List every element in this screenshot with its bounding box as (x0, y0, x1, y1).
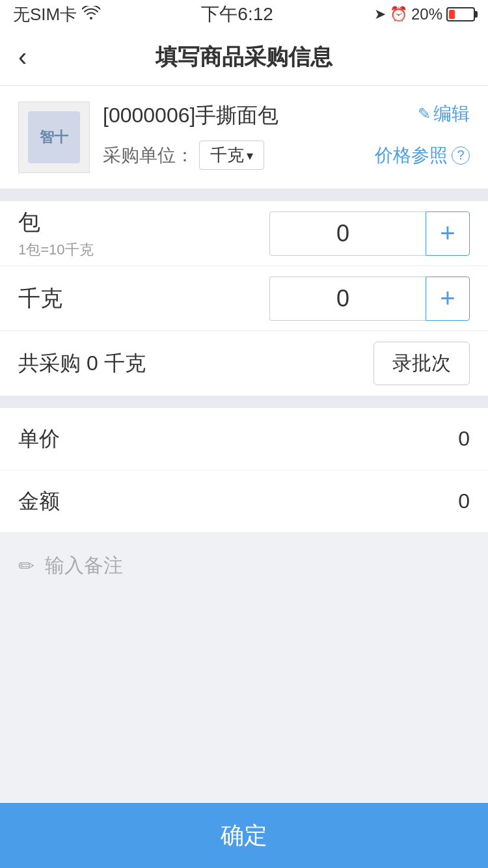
form-section: 包 1包=10千克 + 千克 + 共采购 0 千克 录批次 (0, 201, 488, 396)
unit-label: 采购单位： 千克 ▾ (103, 141, 264, 170)
location-icon: ➤ (374, 6, 386, 23)
price-ref-button[interactable]: 价格参照 ? (375, 143, 470, 168)
bao-input[interactable] (269, 211, 426, 256)
status-time: 下午6:12 (201, 2, 273, 27)
alarm-icon: ⏰ (390, 6, 407, 23)
section-divider-2 (0, 396, 488, 408)
unit-select[interactable]: 千克 ▾ (199, 141, 264, 170)
product-name: [0000006]手撕面包 (103, 102, 278, 130)
confirm-button[interactable]: 确定 (0, 803, 488, 868)
summary-row: 共采购 0 千克 录批次 (0, 331, 488, 396)
unit-price-label: 单价 (18, 425, 60, 454)
edit-label: 编辑 (433, 102, 470, 126)
product-unit-row: 采购单位： 千克 ▾ 价格参照 ? (103, 141, 470, 170)
summary-text: 共采购 0 千克 (18, 349, 146, 378)
kg-row: 千克 + (0, 266, 488, 331)
kg-main-label: 千克 (18, 284, 109, 314)
kg-plus-button[interactable]: + (426, 277, 470, 321)
info-icon: ? (452, 146, 470, 165)
unit-price-value: 0 (458, 427, 470, 451)
product-header: [0000006]手撕面包 ✎ 编辑 (103, 102, 470, 130)
product-image: 智十 (18, 102, 90, 173)
bao-plus-button[interactable]: + (426, 211, 470, 256)
unit-value: 千克 (210, 144, 244, 167)
info-section: 单价 0 金额 0 (0, 408, 488, 533)
status-right: ➤ ⏰ 20% (374, 5, 475, 23)
battery-icon (446, 7, 475, 21)
kg-input-group: + (269, 277, 470, 321)
section-divider-1 (0, 189, 488, 201)
bao-label: 包 1包=10千克 (18, 208, 109, 260)
battery-percent: 20% (411, 5, 442, 23)
bao-input-group: + (269, 211, 470, 256)
bottom-space (0, 598, 488, 767)
amount-row: 金额 0 (0, 470, 488, 533)
batch-button[interactable]: 录批次 (373, 342, 470, 385)
edit-icon: ✎ (418, 105, 431, 123)
note-section[interactable]: ✏ 输入备注 (0, 533, 488, 598)
bao-main-label: 包 (18, 208, 109, 237)
amount-label: 金额 (18, 487, 60, 516)
nav-bar: ‹ 填写商品采购信息 (0, 29, 488, 86)
page-title: 填写商品采购信息 (156, 42, 332, 72)
product-logo: 智十 (28, 111, 80, 163)
carrier-text: 无SIM卡 (13, 3, 77, 26)
kg-input[interactable] (269, 277, 426, 321)
product-info: [0000006]手撕面包 ✎ 编辑 采购单位： 千克 ▾ 价格参照 ? (103, 102, 470, 170)
status-carrier: 无SIM卡 (13, 3, 100, 26)
product-card: 智十 [0000006]手撕面包 ✎ 编辑 采购单位： 千克 ▾ 价格参照 ? (0, 86, 488, 189)
note-placeholder: 输入备注 (45, 552, 123, 579)
amount-value: 0 (458, 489, 470, 513)
price-ref-label: 价格参照 (375, 143, 448, 168)
status-bar: 无SIM卡 下午6:12 ➤ ⏰ 20% (0, 0, 488, 29)
bao-sub-label: 1包=10千克 (18, 240, 109, 260)
kg-label: 千克 (18, 284, 109, 314)
bao-row: 包 1包=10千克 + (0, 201, 488, 266)
unit-prefix: 采购单位： (103, 143, 194, 168)
dropdown-icon: ▾ (247, 148, 253, 163)
wifi-icon (82, 5, 100, 25)
back-button[interactable]: ‹ (18, 42, 27, 72)
edit-button[interactable]: ✎ 编辑 (418, 102, 470, 126)
pencil-icon: ✏ (18, 554, 34, 577)
unit-price-row: 单价 0 (0, 408, 488, 470)
